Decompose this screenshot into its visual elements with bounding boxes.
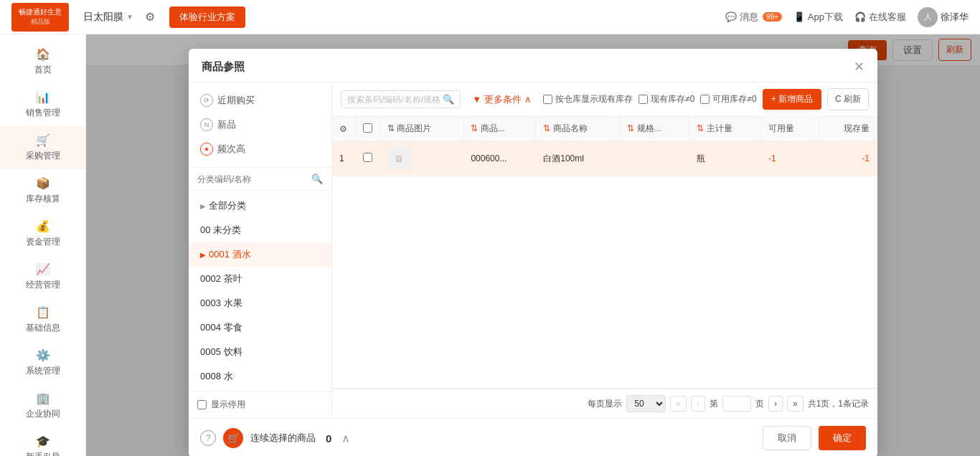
category-search-input[interactable] [197, 174, 311, 184]
checkbox-stock-nonzero[interactable]: 现有库存≠0 [639, 93, 694, 105]
navbar-right: 💬 消息 99+ 📱 App下载 🎧 在线客服 人 徐泽华 [725, 7, 969, 27]
last-page-button[interactable]: » [787, 396, 804, 412]
per-page-select[interactable]: 50 10 20 100 [626, 395, 666, 412]
sidebar-item-enterprise[interactable]: 🏢 企业协同 [0, 384, 85, 427]
page-number-input[interactable]: 1 [722, 396, 751, 412]
navbar: 畅捷通好生意 精品版 日太阳膜 ▼ ⚙ 体验行业方案 💬 消息 99+ 📱 Ap… [0, 0, 980, 34]
enterprise-icon: 🏢 [36, 391, 50, 405]
purchase-icon: 🛒 [36, 133, 50, 147]
modal-body: ⟳ 近期购买 N 新品 ★ 频次高 [189, 82, 877, 418]
footer-collapse-icon[interactable]: ∧ [341, 432, 350, 445]
image-placeholder-icon: 🖼 [395, 155, 402, 163]
sidebar-item-sales[interactable]: 📊 销售管理 [0, 83, 85, 126]
checkbox-warehouse[interactable]: 按仓库显示现有库存 [543, 93, 633, 105]
new-products-link[interactable]: N 新品 [189, 113, 331, 137]
td-spec [620, 141, 689, 176]
product-reference-modal: 商品参照 ✕ ⟳ 近期购买 N 新品 [189, 49, 877, 456]
category-0003[interactable]: 0003 水果 [189, 291, 331, 315]
product-search-box: 🔍 [341, 90, 461, 108]
sidebar: 🏠 首页 📊 销售管理 🛒 采购管理 📦 库存核算 💰 资金管理 📈 经营管理 … [0, 34, 86, 456]
category-all[interactable]: ▶ 全部分类 [189, 194, 331, 218]
sidebar-item-home[interactable]: 🏠 首页 [0, 40, 85, 83]
sidebar-item-purchase[interactable]: 🛒 采购管理 [0, 126, 85, 169]
online-service-nav[interactable]: 🎧 在线客服 [854, 11, 906, 24]
stock-nonzero-checkbox[interactable] [639, 95, 648, 104]
basic-icon: 📋 [36, 305, 50, 319]
sidebar-item-operation[interactable]: 📈 经营管理 [0, 255, 85, 298]
available-nonzero-checkbox[interactable] [700, 95, 710, 104]
modal-header: 商品参照 ✕ [189, 49, 877, 82]
th-code[interactable]: ⇅ 商品... [463, 117, 536, 141]
sidebar-item-finance[interactable]: 💰 资金管理 [0, 212, 85, 255]
confirm-button[interactable]: 确定 [819, 426, 866, 450]
category-0004[interactable]: 0004 零食 [189, 315, 331, 340]
help-icon[interactable]: ? [200, 430, 216, 446]
th-settings[interactable]: ⚙ [332, 117, 355, 141]
show-disabled-checkbox[interactable] [197, 400, 207, 409]
category-0002[interactable]: 0002 茶叶 [189, 267, 331, 291]
category-search-icon[interactable]: 🔍 [311, 174, 323, 184]
show-disabled-row: 显示停用 [189, 391, 331, 418]
td-checkbox[interactable] [355, 141, 380, 176]
checkbox-available-nonzero[interactable]: 可用库存≠0 [700, 93, 756, 105]
main-content: 查询 设置 刷新 商品参照 ✕ ⟳ [86, 34, 980, 456]
cart-icon[interactable]: 🛒 [223, 428, 243, 448]
frequent-link[interactable]: ★ 频次高 [189, 137, 331, 161]
footer-buttons: 取消 确定 [763, 426, 866, 450]
cat-0001-arrow: ▶ [200, 251, 206, 259]
category-00[interactable]: 00 未分类 [189, 218, 331, 242]
warehouse-checkbox[interactable] [543, 95, 552, 104]
cancel-button[interactable]: 取消 [763, 426, 811, 450]
pagination-row: 每页显示 50 10 20 100 « ‹ 第 1 页 [332, 389, 877, 418]
trial-button[interactable]: 体验行业方案 [169, 6, 245, 28]
inventory-icon: 📦 [36, 176, 50, 190]
row-checkbox[interactable] [363, 153, 372, 162]
select-all-checkbox[interactable] [363, 123, 372, 133]
home-icon: 🏠 [36, 47, 50, 61]
messages-nav[interactable]: 💬 消息 99+ [725, 11, 782, 24]
td-image: 🖼 [380, 141, 463, 176]
product-table-wrap: ⚙ ⇅ 商品图片 [332, 117, 877, 389]
store-selector[interactable]: 日太阳膜 ▼ [83, 11, 133, 24]
main-layout: 🏠 首页 📊 销售管理 🛒 采购管理 📦 库存核算 💰 资金管理 📈 经营管理 … [0, 34, 980, 456]
add-product-button[interactable]: + 新增商品 [763, 89, 821, 110]
sales-icon: 📊 [36, 90, 50, 104]
user-profile[interactable]: 人 徐泽华 [918, 7, 969, 27]
th-unit[interactable]: ⇅ 主计量 [689, 117, 761, 141]
recent-purchases-link[interactable]: ⟳ 近期购买 [189, 88, 331, 113]
app-download-nav[interactable]: 📱 App下载 [793, 11, 843, 24]
refresh-button[interactable]: C 刷新 [827, 88, 869, 110]
sort-code-icon: ⇅ [471, 123, 478, 133]
sort-name-icon: ⇅ [543, 123, 550, 133]
next-page-button[interactable]: › [768, 396, 783, 412]
td-num: 1 [332, 141, 355, 176]
guide-icon: 🎓 [36, 434, 50, 448]
first-page-button[interactable]: « [670, 396, 687, 412]
more-filter-button[interactable]: ▼ 更多条件 ∧ [466, 90, 537, 109]
table-header-row: ⚙ ⇅ 商品图片 [332, 117, 877, 141]
sidebar-item-inventory[interactable]: 📦 库存核算 [0, 169, 85, 212]
prev-page-button[interactable]: ‹ [691, 396, 705, 412]
th-available: 可用量 [761, 117, 819, 141]
category-0008[interactable]: 0008 水 [189, 364, 331, 389]
th-stock: 现存量 [819, 117, 877, 141]
store-dropdown-arrow: ▼ [126, 13, 133, 21]
th-spec[interactable]: ⇅ 规格... [620, 117, 689, 141]
system-icon: ⚙️ [36, 348, 50, 362]
sidebar-item-basic[interactable]: 📋 基础信息 [0, 298, 85, 341]
avatar: 人 [918, 7, 938, 27]
product-search-input[interactable] [347, 95, 440, 105]
th-name[interactable]: ⇅ 商品名称 [536, 117, 620, 141]
product-search-icon[interactable]: 🔍 [443, 94, 454, 105]
modal-close-button[interactable]: ✕ [854, 59, 864, 75]
sidebar-item-guide[interactable]: 🎓 新手引导 [0, 427, 85, 456]
category-0001[interactable]: ▶ 0001 酒水 [189, 242, 331, 267]
category-0005[interactable]: 0005 饮料 [189, 340, 331, 364]
product-thumbnail: 🖼 [387, 147, 410, 170]
settings-icon[interactable]: ⚙ [145, 10, 155, 24]
category-search-box: 🔍 [189, 168, 331, 191]
sidebar-item-system[interactable]: ⚙️ 系统管理 [0, 341, 85, 384]
column-settings-icon[interactable]: ⚙ [339, 124, 347, 134]
app-logo: 畅捷通好生意 精品版 [11, 3, 69, 32]
table-row[interactable]: 1 🖼 [332, 141, 877, 176]
